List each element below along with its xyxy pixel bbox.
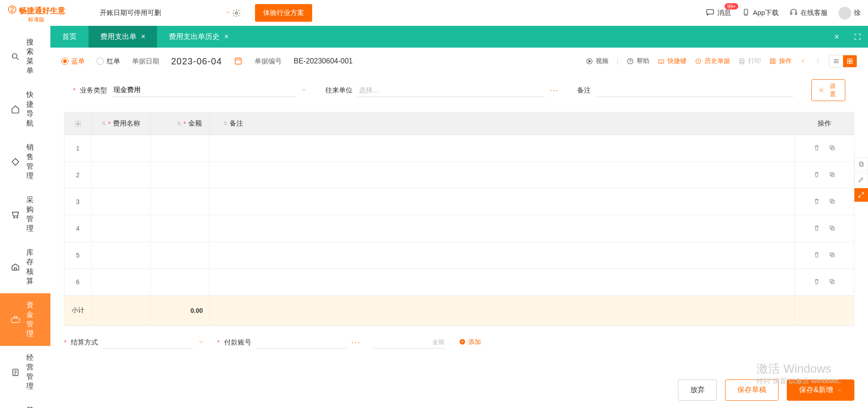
- close-all-icon[interactable]: ×: [826, 32, 847, 42]
- print-link[interactable]: 打印: [738, 57, 761, 65]
- cell-remark[interactable]: [210, 269, 795, 295]
- rail-pencil-icon[interactable]: [854, 173, 868, 186]
- customer-service-button[interactable]: 在线客服: [790, 8, 828, 18]
- cell-remark[interactable]: [210, 189, 795, 215]
- chevron-down-icon[interactable]: [301, 87, 307, 94]
- cell-expense-name[interactable]: [92, 242, 151, 268]
- tab-home[interactable]: 首页: [50, 26, 88, 48]
- sidebar-item-inventory[interactable]: 库存核算: [0, 241, 50, 293]
- close-icon[interactable]: ×: [224, 33, 228, 41]
- delete-icon[interactable]: [813, 251, 820, 260]
- table-row[interactable]: 3: [64, 189, 854, 215]
- cell-amount[interactable]: [151, 189, 210, 215]
- sidebar-item-sales[interactable]: 销售管理: [0, 136, 50, 188]
- cell-remark[interactable]: [210, 162, 795, 188]
- copy-icon[interactable]: [829, 198, 836, 206]
- field-pay-account[interactable]: * 付款账号 ···: [217, 336, 360, 349]
- cell-expense-name[interactable]: [92, 215, 151, 242]
- sidebar-item-purchase[interactable]: 采购管理: [0, 188, 50, 241]
- operations-link[interactable]: 操作: [769, 57, 792, 65]
- account-period-select[interactable]: 开账日期可停用可删: [100, 9, 231, 17]
- calendar-icon[interactable]: [234, 56, 243, 67]
- delete-icon[interactable]: [813, 198, 820, 206]
- table-row[interactable]: 6: [64, 269, 854, 296]
- copy-icon[interactable]: [829, 171, 836, 180]
- app-download-button[interactable]: App下载: [742, 8, 779, 18]
- cell-amount[interactable]: [151, 215, 210, 242]
- more-icon[interactable]: ···: [351, 338, 361, 347]
- cell-amount[interactable]: [151, 135, 210, 161]
- cell-expense-name[interactable]: [92, 189, 151, 215]
- copy-icon[interactable]: [829, 144, 836, 153]
- cell-amount[interactable]: [151, 162, 210, 188]
- table-row[interactable]: 1: [64, 135, 854, 162]
- table-row[interactable]: 2: [64, 162, 854, 189]
- doc-date-value[interactable]: 2023-06-04: [171, 56, 222, 67]
- cell-expense-name[interactable]: [92, 269, 151, 295]
- messages-button[interactable]: 消息 99+: [706, 8, 731, 18]
- settings-button[interactable]: 设置: [811, 79, 845, 101]
- close-icon[interactable]: ×: [141, 33, 145, 41]
- history-doc-link[interactable]: 历史单据: [695, 57, 730, 65]
- shortcut-link[interactable]: 快捷键: [657, 57, 687, 65]
- amount-input[interactable]: [373, 336, 446, 349]
- delete-icon[interactable]: [813, 224, 820, 233]
- cell-amount[interactable]: [151, 242, 210, 268]
- settlement-input[interactable]: [103, 336, 193, 349]
- biz-type-input[interactable]: [112, 83, 296, 97]
- fullscreen-icon[interactable]: [847, 33, 868, 41]
- column-expense-name[interactable]: ⇅*费用名称: [92, 112, 151, 135]
- prev-icon[interactable]: [800, 58, 806, 65]
- cell-amount[interactable]: [151, 269, 210, 295]
- save-new-button[interactable]: 保存&新增: [787, 379, 854, 401]
- field-amount[interactable]: [373, 336, 446, 349]
- tab-expense-history[interactable]: 费用支出单历史×: [157, 26, 240, 48]
- experience-plan-button[interactable]: 体验行业方案: [255, 4, 312, 22]
- more-icon[interactable]: ···: [549, 86, 559, 95]
- field-biz-type[interactable]: * 业务类型: [73, 83, 307, 97]
- delete-icon[interactable]: [813, 278, 820, 287]
- delete-icon[interactable]: [813, 171, 820, 180]
- cell-remark[interactable]: [210, 135, 795, 161]
- save-draft-button[interactable]: 保存草稿: [725, 379, 779, 401]
- remark-input[interactable]: [595, 83, 793, 97]
- user-menu[interactable]: 徐: [839, 7, 861, 19]
- table-row[interactable]: 4: [64, 215, 854, 242]
- sidebar-item-business[interactable]: 经营管理: [0, 346, 50, 398]
- help-link[interactable]: 帮助: [627, 57, 649, 65]
- rail-copy-icon[interactable]: [854, 157, 868, 171]
- cell-remark[interactable]: [210, 215, 795, 242]
- radio-red[interactable]: 红单: [97, 57, 120, 66]
- column-settings[interactable]: [64, 112, 92, 135]
- cell-expense-name[interactable]: [92, 135, 151, 161]
- delete-icon[interactable]: [813, 144, 820, 153]
- tab-expense[interactable]: 费用支出单×: [88, 26, 157, 48]
- rail-expand-icon[interactable]: [854, 188, 868, 202]
- sidebar-item-search[interactable]: 搜索菜单: [0, 30, 50, 83]
- gear-icon[interactable]: [231, 8, 241, 18]
- add-button[interactable]: 添加: [459, 338, 481, 347]
- field-remark[interactable]: 备注: [577, 83, 793, 97]
- video-link[interactable]: 视频: [586, 57, 608, 65]
- table-row[interactable]: 5: [64, 242, 854, 269]
- copy-icon[interactable]: [829, 278, 836, 287]
- sidebar-item-quicknav[interactable]: 快捷导航: [0, 83, 50, 136]
- field-settlement[interactable]: * 结算方式: [64, 336, 204, 349]
- column-amount[interactable]: ⇅*金额: [151, 112, 210, 135]
- abandon-button[interactable]: 放弃: [678, 379, 717, 401]
- cell-expense-name[interactable]: [92, 162, 151, 188]
- copy-icon[interactable]: [829, 251, 836, 260]
- chevron-down-icon[interactable]: [198, 339, 204, 346]
- cell-remark[interactable]: [210, 242, 795, 268]
- grid-view-button[interactable]: [843, 55, 857, 67]
- column-remark[interactable]: ⇅备注: [210, 112, 795, 135]
- field-partner[interactable]: 往来单位 ···: [325, 83, 559, 97]
- partner-input[interactable]: [357, 83, 545, 97]
- copy-icon[interactable]: [829, 224, 836, 233]
- pay-account-input[interactable]: [256, 336, 347, 349]
- sidebar-item-basic[interactable]: 基础信息: [0, 398, 50, 408]
- list-view-button[interactable]: [829, 55, 843, 67]
- radio-blue[interactable]: 蓝单: [61, 57, 85, 66]
- next-icon[interactable]: [814, 58, 821, 65]
- sidebar-item-funds[interactable]: 资金管理: [0, 293, 50, 346]
